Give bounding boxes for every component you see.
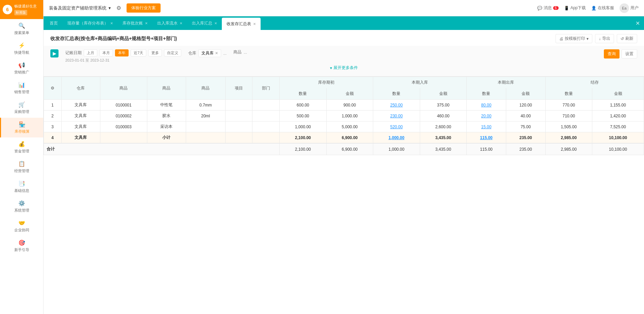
cell-department bbox=[252, 132, 280, 144]
filter-buttons: 查询 设置 bbox=[604, 49, 637, 59]
cell-in-qty[interactable]: 1,000.00 bbox=[373, 132, 420, 144]
online-service-button[interactable]: 👤 在线客服 bbox=[591, 5, 614, 11]
sidebar-item-guide[interactable]: 🎯 新手引导 bbox=[0, 236, 43, 256]
query-button[interactable]: 查询 bbox=[604, 49, 620, 59]
col-closing-amt: 金额 bbox=[592, 88, 644, 100]
sidebar-item-sales[interactable]: 📊 销售管理 bbox=[0, 78, 43, 98]
date-curr-month[interactable]: 本月 bbox=[99, 49, 113, 56]
cell-opening-amt: 900.00 bbox=[326, 100, 373, 111]
footer-in-amt: 3,435.00 bbox=[420, 143, 466, 155]
footer-in-qty: 1,000.00 bbox=[373, 143, 420, 155]
sidebar-item-enterprise[interactable]: 🤝 企业协同 bbox=[0, 216, 43, 236]
table-header-main: ⚙ 仓库 商品 商品 商品 项目 部门 库存期初 本期入库 本期出库 结存 bbox=[44, 77, 644, 88]
sidebar-item-system[interactable]: ⚙️ 系统管理 bbox=[0, 197, 43, 216]
cell-opening-qty: 2,100.00 bbox=[280, 132, 326, 144]
cell-opening-qty: 600.00 bbox=[280, 100, 326, 111]
system-selector[interactable]: 装备及固定资产辅助管理系统 ▾ bbox=[49, 5, 111, 11]
date-range-display: 2023-01-01 至 2023-12-31 bbox=[65, 58, 181, 63]
expand-conditions-button[interactable]: ▾ 展开更多条件 bbox=[50, 63, 637, 73]
col-opening-amt: 金额 bbox=[326, 88, 373, 100]
experience-button[interactable]: 体验行业方案 bbox=[127, 3, 161, 13]
tab-close-batch[interactable]: ✕ bbox=[145, 21, 148, 25]
cell-in-qty[interactable]: 250.00 bbox=[373, 100, 420, 111]
app-download-button[interactable]: 📱 App下载 bbox=[564, 5, 586, 11]
cell-closing-qty: 2,985.00 bbox=[545, 132, 592, 144]
cell-product-name: 采访本 bbox=[147, 121, 186, 132]
cell-closing-qty: 770.00 bbox=[545, 100, 592, 111]
marketing-icon: 📢 bbox=[18, 62, 25, 68]
tab-home[interactable]: 首页 bbox=[45, 16, 63, 30]
sidebar-nav: 🔍 搜索菜单 ⚡ 快捷导航 📢 营销推广 📊 销售管理 🛒 采购管理 🏪 库存核… bbox=[0, 19, 43, 314]
footer-opening-amt: 6,900.00 bbox=[326, 143, 373, 155]
tab-inout-flow[interactable]: 出入库流水 ✕ bbox=[152, 16, 187, 30]
sidebar-item-operation[interactable]: 📋 经营管理 bbox=[0, 157, 43, 177]
finance-icon: 💰 bbox=[18, 141, 25, 147]
footer-row: 合计 2,100.00 6,900.00 1,000.00 3,435.00 1… bbox=[44, 143, 644, 155]
date-7days[interactable]: 近7天 bbox=[131, 49, 146, 56]
warehouse-tag-close[interactable]: ✕ bbox=[215, 51, 218, 55]
refresh-button[interactable]: ↺ 刷新 bbox=[617, 34, 637, 43]
filter-expand-button[interactable]: ▶ bbox=[50, 49, 59, 57]
cell-product-spec: 0.7mm bbox=[186, 100, 225, 111]
print-button[interactable]: 🖨 按模板打印 ▾ bbox=[556, 34, 592, 43]
cell-closing-qty: 710.00 bbox=[545, 111, 592, 121]
cell-out-amt: 75.00 bbox=[506, 121, 545, 132]
cell-out-qty[interactable]: 20.00 bbox=[466, 111, 506, 121]
page-actions: 🖨 按模板打印 ▾ ↓ 导出 ↺ 刷新 bbox=[556, 34, 637, 43]
col-out-amt: 金额 bbox=[506, 88, 545, 100]
product-filter: 商品 ... bbox=[233, 49, 247, 55]
sidebar-item-marketing[interactable]: 📢 营销推广 bbox=[0, 59, 43, 78]
tab-close-inout-summary[interactable]: ✕ bbox=[214, 21, 217, 25]
gear-button[interactable]: ⚙ bbox=[116, 5, 121, 11]
cell-warehouse: 文具库 bbox=[61, 100, 100, 111]
close-all-tabs[interactable]: ✕ bbox=[633, 20, 643, 27]
cell-project bbox=[225, 100, 252, 111]
cell-no: 2 bbox=[44, 111, 62, 121]
user-menu[interactable]: Ea 用户 bbox=[620, 3, 639, 13]
page-header-row: 收发存汇总表(按仓库+商品编码+商品+规格型号+项目+部门) 🖨 按模板打印 ▾… bbox=[44, 30, 644, 46]
col-settings[interactable]: ⚙ bbox=[44, 77, 62, 100]
date-custom[interactable]: 自定义 bbox=[164, 49, 181, 56]
export-button[interactable]: ↓ 导出 bbox=[595, 34, 614, 43]
cell-in-qty[interactable]: 230.00 bbox=[373, 111, 420, 121]
sidebar-item-purchase[interactable]: 🛒 采购管理 bbox=[0, 98, 43, 118]
dropdown-icon: ▾ bbox=[109, 5, 111, 11]
message-button[interactable]: 💬 消息 6 bbox=[537, 5, 559, 11]
data-table-container: ⚙ 仓库 商品 商品 商品 项目 部门 库存期初 本期入库 本期出库 结存 bbox=[44, 77, 644, 314]
sidebar-item-inventory[interactable]: 🏪 库存核算 bbox=[0, 118, 43, 137]
cell-out-amt: 40.00 bbox=[506, 111, 545, 121]
tab-inout-summary[interactable]: 出入库汇总 ✕ bbox=[187, 16, 222, 30]
settings-button[interactable]: 设置 bbox=[622, 49, 637, 59]
sidebar-item-quick-nav[interactable]: ⚡ 快捷导航 bbox=[0, 39, 43, 59]
sidebar-item-search[interactable]: 🔍 搜索菜单 bbox=[0, 19, 43, 39]
footer-opening-qty: 2,100.00 bbox=[280, 143, 326, 155]
tab-recv-send[interactable]: 收发存汇总表 ✕ bbox=[222, 18, 261, 30]
inventory-icon: 🏪 bbox=[19, 121, 26, 128]
cell-opening-qty: 1,000.00 bbox=[280, 121, 326, 132]
table-settings-icon[interactable]: ⚙ bbox=[51, 86, 54, 90]
cell-warehouse: 文具库 bbox=[61, 111, 100, 121]
cell-product-spec bbox=[186, 121, 225, 132]
cell-closing-amt: 1,155.00 bbox=[592, 100, 644, 111]
date-prev-month[interactable]: 上月 bbox=[84, 49, 97, 56]
col-out-qty: 数量 bbox=[466, 88, 506, 100]
cell-out-qty[interactable]: 15.00 bbox=[466, 121, 506, 132]
content-area: 收发存汇总表(按仓库+商品编码+商品+规格型号+项目+部门) 🖨 按模板打印 ▾… bbox=[44, 30, 644, 314]
table-row: 1 文具库 0100001 中性笔 0.7mm 600.00 900.00 25… bbox=[44, 100, 644, 111]
tab-close-stock-dist[interactable]: ✕ bbox=[110, 21, 113, 25]
cell-product-spec bbox=[186, 132, 225, 144]
cell-department bbox=[252, 121, 280, 132]
cell-out-qty[interactable]: 115.00 bbox=[466, 132, 506, 144]
cell-out-qty[interactable]: 80.00 bbox=[466, 100, 506, 111]
tab-close-inout-flow[interactable]: ✕ bbox=[180, 21, 182, 25]
col-in-header: 本期入库 bbox=[373, 77, 467, 88]
date-curr-year[interactable]: 本年 bbox=[115, 49, 129, 56]
tab-close-recv-send[interactable]: ✕ bbox=[253, 22, 256, 26]
sidebar-item-basic-info[interactable]: 📑 基础信息 bbox=[0, 177, 43, 197]
tab-stock-dist[interactable]: 现存量（库存分布表） ✕ bbox=[63, 16, 118, 30]
tab-batch[interactable]: 库存批次账 ✕ bbox=[118, 16, 152, 30]
sidebar-item-finance[interactable]: 💰 资金管理 bbox=[0, 137, 43, 157]
cell-in-qty[interactable]: 520.00 bbox=[373, 121, 420, 132]
date-more[interactable]: 更多 bbox=[148, 49, 162, 56]
cell-closing-amt: 7,525.00 bbox=[592, 121, 644, 132]
